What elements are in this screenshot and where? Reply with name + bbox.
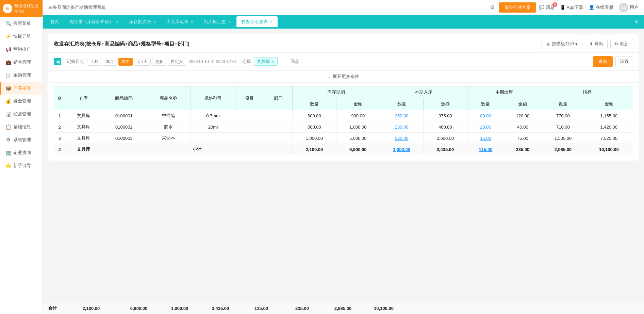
sidebar-item-finance[interactable]: 💰资金管理 <box>0 95 43 108</box>
date-btn-本月[interactable]: 本月 <box>103 58 117 66</box>
tab-close-icon[interactable]: ✕ <box>116 20 119 24</box>
topbar: 装备及固定资产辅助管理系统 ⚙ 体验行业方案 💬 消息 6 📱 App下载 👤 … <box>43 0 644 15</box>
sidebar-logo[interactable]: 6 畅捷通好生意 标准版 <box>0 0 43 17</box>
page-header: 收发存汇总表(按仓库+商品编码+商品+规格型号+项目+部门) 🖨 按模板打印 ▾… <box>48 34 639 53</box>
row-code: 0100002 <box>102 121 146 133</box>
avatar: Ea <box>619 3 628 12</box>
row-warehouse: 文具库 <box>65 110 102 121</box>
logo-title: 畅捷通好生意 <box>14 3 39 9</box>
row-project <box>235 110 264 121</box>
row-in-qty[interactable]: 230.00 <box>380 121 423 133</box>
warehouse-tag-close-icon[interactable]: ✕ <box>271 60 275 64</box>
col-spec-header: 规格型号 <box>191 86 235 110</box>
row-in-amt: 375.00 <box>424 110 467 121</box>
settings-button[interactable]: 设置 <box>615 56 633 67</box>
sidebar-item-guide[interactable]: 🌟新手引导 <box>0 159 43 172</box>
row-out-qty[interactable]: 15.00 <box>467 133 504 144</box>
export-button[interactable]: ⬇ 导出 <box>585 39 608 49</box>
filter-toggle[interactable]: ◀ <box>54 58 61 65</box>
sidebar-item-sales[interactable]: 💼销售管理 <box>0 56 43 69</box>
basic-icon: 📋 <box>5 124 11 130</box>
row-dept <box>264 133 293 144</box>
logo-badge: 标准版 <box>14 9 39 14</box>
goods-more-dots[interactable]: ··· <box>302 59 307 64</box>
tab-4[interactable]: 出入库汇总✕ <box>199 16 236 27</box>
subtotal-label: 小计 <box>102 144 293 155</box>
online-service-label: 在线客服 <box>596 4 613 11</box>
filter-bar: ◀ 记账日期 上月本月本年近7天更多自定义 2023-01-01 至 2023-… <box>48 53 639 71</box>
expand-bar: ⌄ 展开更多条件 <box>48 71 639 83</box>
row-no: 2 <box>54 121 65 133</box>
settings-icon[interactable]: ⚙ <box>490 4 495 11</box>
date-btn-本年[interactable]: 本年 <box>118 58 133 66</box>
user-item[interactable]: Ea 用户 <box>619 3 639 12</box>
tab-5[interactable]: 收发存汇总表✕ <box>236 16 278 27</box>
date-btn-上月[interactable]: 上月 <box>87 58 101 66</box>
tab-close-icon[interactable]: ✕ <box>270 20 273 24</box>
warehouse-filter-section: 仓库 文具库 ✕ ··· <box>242 57 285 66</box>
table-row: 1 文具库 0100001 中性笔 0.7mm 600.00 900.00 25… <box>54 110 633 121</box>
sidebar-item-system[interactable]: ⚙系统管理 <box>0 133 43 146</box>
print-button[interactable]: 🖨 按模板打印 ▾ <box>542 39 582 49</box>
goods-label: 商品 <box>291 59 299 65</box>
footer-in-amt: 3,435.00 <box>200 306 241 311</box>
col-settings-header[interactable]: ⚙ <box>54 86 65 110</box>
row-out-qty[interactable]: 20.00 <box>467 121 504 133</box>
message-item[interactable]: 💬 消息 6 <box>539 4 555 11</box>
row-no: 3 <box>54 133 65 144</box>
tab-0[interactable]: 首页 <box>46 16 64 27</box>
guide-icon: 🌟 <box>5 163 11 169</box>
col-balance-header: 结存 <box>541 86 633 98</box>
expand-button[interactable]: ⌄ 展开更多条件 <box>328 73 359 80</box>
tab-1[interactable]: 现存量（库存分布表）✕ <box>65 16 123 27</box>
refresh-button[interactable]: ↻ 刷新 <box>610 39 633 49</box>
search-icon: 🔍 <box>5 20 11 27</box>
query-button[interactable]: 查询 <box>593 56 613 67</box>
row-out-qty[interactable]: 80.00 <box>467 110 504 121</box>
warehouse-more-dots[interactable]: ··· <box>280 59 285 64</box>
trial-button[interactable]: 体验行业方案 <box>499 2 536 13</box>
row-init-amt: 1,000.00 <box>336 121 380 133</box>
purchase-icon: 🛒 <box>5 72 11 78</box>
row-in-amt: 460.00 <box>424 121 467 133</box>
date-btn-更多[interactable]: 更多 <box>152 58 166 66</box>
row-name: 采访本 <box>146 133 191 144</box>
sidebar-item-inventory[interactable]: 📦库存核算 <box>0 82 43 95</box>
sidebar-item-corp[interactable]: 🏢企业协同 <box>0 146 43 159</box>
sidebar-item-search[interactable]: 🔍搜索菜单 <box>0 17 43 30</box>
tab-label: 收发存汇总表 <box>241 19 268 25</box>
subtotal-in-amt: 3,435.00 <box>424 144 467 155</box>
row-bal-amt: 7,525.00 <box>585 133 633 144</box>
row-in-qty[interactable]: 520.00 <box>380 133 423 144</box>
online-service-item[interactable]: 👤 在线客服 <box>589 4 613 11</box>
tab-3[interactable]: 出入库流水✕ <box>162 16 198 27</box>
subtotal-row: 4 文具库 小计 2,100.00 6,900.00 1,000.00 3,43… <box>54 144 633 155</box>
logo-icon: 6 <box>3 4 12 13</box>
tab-label: 首页 <box>50 19 59 25</box>
date-btn-近7天[interactable]: 近7天 <box>134 58 151 66</box>
sidebar-item-marketing[interactable]: 📢营销推广 <box>0 43 43 56</box>
footer-bal-amt: 10,100.00 <box>363 306 404 311</box>
tab-close-icon[interactable]: ✕ <box>228 20 231 24</box>
topbar-right: 💬 消息 6 📱 App下载 👤 在线客服 Ea 用户 <box>539 3 639 12</box>
date-buttons: 上月本月本年近7天更多自定义 <box>87 58 186 66</box>
window-close-icon[interactable]: ✕ <box>631 19 641 25</box>
content-area: 收发存汇总表(按仓库+商品编码+商品+规格型号+项目+部门) 🖨 按模板打印 ▾… <box>43 29 644 302</box>
date-btn-自定义[interactable]: 自定义 <box>168 58 186 66</box>
tab-close-icon[interactable]: ✕ <box>191 20 194 24</box>
data-table: ⚙ 仓库 商品编码 商品名称 规格型号 项目 部门 库存期初 本期入库 本期出库… <box>54 86 633 155</box>
message-badge: 6 <box>552 2 557 7</box>
sidebar-item-basic[interactable]: 📋基础信息 <box>0 120 43 133</box>
tab-close-icon[interactable]: ✕ <box>153 20 156 24</box>
sidebar-item-operation[interactable]: 📊经营管理 <box>0 108 43 120</box>
bal-qty-header: 数量 <box>541 98 585 110</box>
sidebar-item-label: 基础信息 <box>13 124 31 130</box>
sidebar-item-label: 经营管理 <box>13 111 31 117</box>
tab-label: 现存量（库存分布表） <box>69 19 114 25</box>
tab-2[interactable]: 库存批次账✕ <box>124 16 161 27</box>
sidebar-item-quick[interactable]: ⚡快捷导航 <box>0 30 43 43</box>
row-in-qty[interactable]: 250.00 <box>380 110 423 121</box>
sidebar-item-purchase[interactable]: 🛒采购管理 <box>0 69 43 82</box>
col-dept-header: 部门 <box>264 86 293 110</box>
app-download-item[interactable]: 📱 App下载 <box>560 4 583 11</box>
